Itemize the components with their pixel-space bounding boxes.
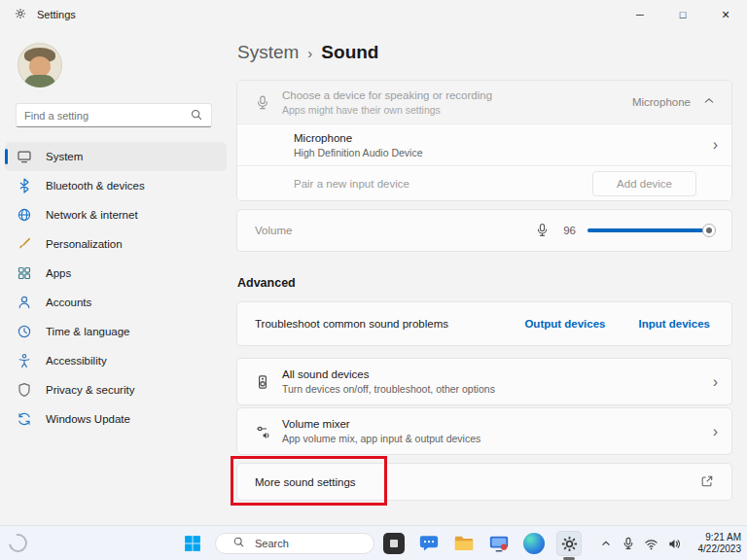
- avatar-art: [24, 75, 55, 88]
- pair-device-title: Pair a new input device: [294, 178, 409, 190]
- sidebar-item-label: Privacy & security: [46, 384, 134, 396]
- avatar[interactable]: [18, 43, 62, 88]
- clock-icon: [17, 324, 32, 339]
- microphone-device-row[interactable]: Microphone High Definition Audio Device …: [237, 123, 731, 165]
- settings-gear-logo-icon: [14, 7, 29, 22]
- taskbar-icon-device-app[interactable]: [486, 531, 512, 556]
- taskbar-icon-chat[interactable]: [416, 531, 442, 556]
- sidebar-item-apps[interactable]: Apps: [5, 259, 227, 288]
- chevron-right-icon: ›: [713, 374, 718, 390]
- volume-slider[interactable]: [587, 224, 714, 237]
- sidebar-item-label: Time & language: [46, 326, 130, 337]
- input-devices-link[interactable]: Input devices: [639, 318, 711, 330]
- sound-devices-icon: [255, 374, 270, 390]
- sidebar-item-label: Apps: [46, 267, 71, 279]
- input-device-header-row[interactable]: Choose a device for speaking or recordin…: [237, 81, 731, 123]
- external-link-icon: [700, 474, 716, 490]
- more-sound-settings-title: More sound settings: [255, 476, 356, 488]
- troubleshoot-title: Troubleshoot common sound problems: [255, 318, 448, 330]
- input-device-card: Choose a device for speaking or recordin…: [236, 80, 732, 201]
- sidebar-item-system[interactable]: System: [5, 142, 227, 171]
- input-device-subtitle: Apps might have their own settings: [282, 104, 492, 116]
- output-devices-link[interactable]: Output devices: [524, 318, 605, 330]
- sidebar-item-bluetooth-devices[interactable]: Bluetooth & devices: [5, 171, 227, 200]
- close-button[interactable]: ×: [704, 0, 747, 29]
- breadcrumb-system[interactable]: System: [237, 42, 299, 63]
- troubleshoot-links: Output devices Input devices: [524, 318, 710, 330]
- globe-icon: [17, 207, 32, 223]
- taskbar-search[interactable]: Search: [215, 533, 374, 554]
- sidebar-item-label: Personalization: [46, 238, 123, 250]
- shield-icon: [17, 382, 32, 398]
- sidebar-item-label: Bluetooth & devices: [46, 180, 145, 192]
- taskbar-apps: [381, 531, 582, 556]
- sidebar-item-label: Accounts: [46, 297, 91, 308]
- all-sound-devices-card[interactable]: All sound devices Turn devices on/off, t…: [236, 358, 732, 405]
- chevron-right-icon: ›: [713, 137, 718, 153]
- window-controls: ─ □ ×: [619, 0, 747, 29]
- volume-card: Volume 96: [236, 209, 732, 252]
- settings-window: Settings ─ □ × System: [0, 0, 747, 560]
- volume-slider-knob[interactable]: [702, 224, 716, 237]
- update-arrows-icon: [17, 411, 32, 427]
- sidebar-item-privacy-security[interactable]: Privacy & security: [5, 375, 227, 404]
- sidebar-item-label: System: [46, 151, 83, 162]
- page-title: Sound: [321, 42, 378, 63]
- paintbrush-icon: [17, 236, 32, 252]
- apps-grid-icon: [17, 265, 32, 281]
- search-icon: [232, 536, 248, 551]
- pair-device-row: Pair a new input device Add device: [237, 165, 731, 200]
- all-sound-devices-title: All sound devices: [282, 368, 495, 380]
- maximize-button[interactable]: □: [661, 0, 704, 29]
- input-device-title: Choose a device for speaking or recordin…: [282, 89, 492, 101]
- tray-chevron-up-icon[interactable]: [599, 537, 613, 550]
- start-button[interactable]: [184, 535, 201, 552]
- more-sound-settings-card[interactable]: More sound settings: [236, 463, 732, 501]
- taskbar-icon-edge[interactable]: [521, 531, 547, 556]
- sidebar-nav: System Bluetooth & devices Network & int…: [5, 142, 227, 434]
- search-box[interactable]: [16, 103, 212, 127]
- search-icon: [190, 108, 205, 123]
- search-input[interactable]: [17, 110, 190, 122]
- accessibility-person-icon: [17, 353, 32, 368]
- microphone-icon: [255, 94, 270, 110]
- sidebar-item-label: Accessibility: [46, 355, 107, 367]
- microphone-volume-icon: [535, 223, 551, 238]
- tray-speaker-icon[interactable]: [667, 537, 682, 551]
- sidebar-item-windows-update[interactable]: Windows Update: [5, 404, 227, 434]
- add-device-button[interactable]: Add device: [592, 171, 696, 196]
- selection-indicator: [5, 149, 8, 164]
- sidebar: System Bluetooth & devices Network & int…: [0, 29, 231, 525]
- taskbar-icon-file-explorer[interactable]: [451, 531, 477, 556]
- tray-microphone-icon[interactable]: [622, 537, 635, 550]
- sidebar-item-accounts[interactable]: Accounts: [5, 288, 227, 317]
- sidebar-item-network-internet[interactable]: Network & internet: [5, 200, 227, 229]
- taskbar-search-label: Search: [255, 538, 289, 549]
- taskbar-icon-dark-app[interactable]: [381, 531, 407, 556]
- breadcrumb-separator-icon: ›: [307, 45, 312, 61]
- desktop-corner-icon: [5, 530, 30, 555]
- bluetooth-icon: [17, 178, 32, 193]
- sidebar-item-personalization[interactable]: Personalization: [5, 229, 227, 259]
- volume-mixer-card[interactable]: Volume mixer App volume mix, app input &…: [236, 407, 732, 455]
- taskbar-clock[interactable]: 9:21 AM 4/22/2023: [691, 532, 741, 555]
- sidebar-item-accessibility[interactable]: Accessibility: [5, 346, 227, 375]
- avatar-art: [29, 56, 51, 77]
- chevron-right-icon: ›: [713, 424, 718, 439]
- troubleshoot-card: Troubleshoot common sound problems Outpu…: [236, 301, 732, 346]
- microphone-device-subtitle: High Definition Audio Device: [294, 147, 423, 158]
- sidebar-item-time-language[interactable]: Time & language: [5, 317, 227, 346]
- minimize-button[interactable]: ─: [619, 0, 661, 29]
- selected-input-device: Microphone: [632, 96, 691, 108]
- taskbar-icon-settings[interactable]: [556, 531, 582, 556]
- tray-network-icon[interactable]: [644, 537, 658, 551]
- breadcrumb: System › Sound: [237, 42, 378, 63]
- clock-date: 4/22/2023: [691, 543, 741, 555]
- advanced-section-header: Advanced: [237, 276, 296, 290]
- volume-mixer-icon: [255, 424, 270, 439]
- sidebar-item-label: Network & internet: [46, 209, 138, 221]
- sidebar-item-label: Windows Update: [46, 413, 130, 425]
- volume-mixer-title: Volume mixer: [282, 418, 480, 430]
- chevron-up-icon: [702, 94, 718, 110]
- window-title: Settings: [37, 9, 76, 20]
